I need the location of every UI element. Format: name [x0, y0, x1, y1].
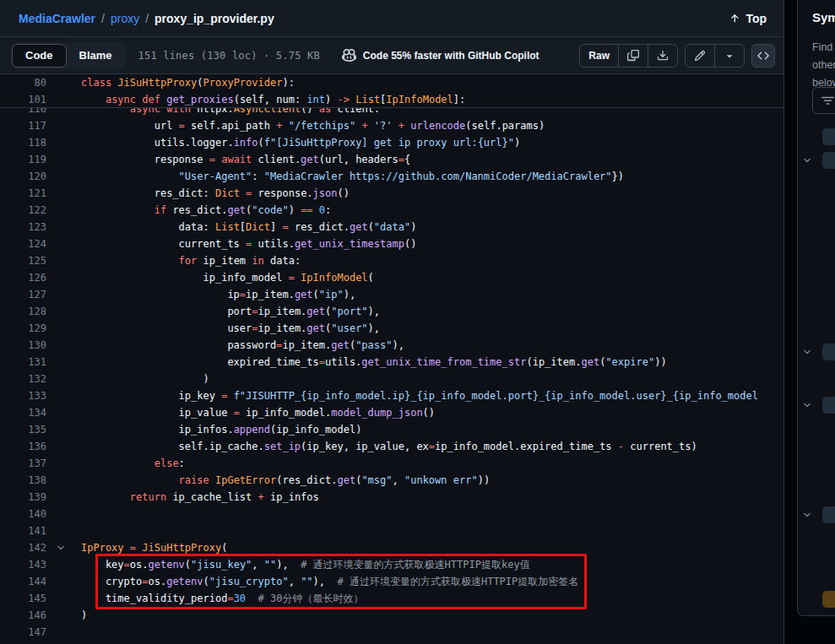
- line-number[interactable]: 80: [0, 74, 46, 91]
- code-line-131: 131 expired_time_ts=utils.get_unix_time_…: [0, 354, 783, 371]
- line-number[interactable]: 118: [0, 134, 46, 151]
- symbols-panel-toggle-button[interactable]: [751, 44, 775, 68]
- line-number[interactable]: 125: [0, 252, 46, 269]
- line-number[interactable]: 141: [0, 522, 46, 539]
- code-text: IpProxy = JiSuHttpProxy(: [46, 539, 227, 556]
- code-text: class JiSuHttpProxy(ProxyProvider):: [46, 74, 295, 91]
- code-line-125: 125 for ip_item in data:: [0, 252, 783, 269]
- line-number[interactable]: 128: [0, 303, 46, 320]
- symbol-list-item[interactable]: [798, 397, 835, 414]
- line-number[interactable]: 138: [0, 472, 46, 489]
- line-number[interactable]: 146: [0, 607, 46, 624]
- tab-blame[interactable]: Blame: [67, 44, 125, 68]
- description-line: Find: [812, 39, 835, 57]
- file-stats: 151 lines (130 loc) · 5.75 KB: [138, 50, 320, 62]
- line-number[interactable]: 121: [0, 185, 46, 202]
- symbol-list-item[interactable]: [798, 506, 835, 523]
- tab-code[interactable]: Code: [12, 44, 67, 68]
- raw-button[interactable]: Raw: [580, 45, 619, 67]
- code-text: ip_key = f"JISUHTTP_{ip_info_model.ip}_{…: [46, 387, 758, 404]
- symbol-list-item[interactable]: [798, 344, 835, 360]
- line-number[interactable]: 119: [0, 151, 46, 168]
- code-line-132: 132 ): [0, 371, 783, 387]
- line-number[interactable]: 132: [0, 371, 46, 387]
- symbol-list-item[interactable]: [798, 591, 835, 608]
- code-line-127: 127 ip=ip_item.get("ip"),: [0, 286, 783, 303]
- line-number[interactable]: 127: [0, 286, 46, 303]
- copy-raw-button[interactable]: [619, 45, 648, 67]
- code-text: async def get_proxies(self, num: int) ->…: [46, 91, 465, 108]
- code-line-126: 126 ip_info_model = IpInfoModel(: [0, 269, 783, 286]
- line-number[interactable]: 140: [0, 506, 46, 522]
- code-text: ip_value = ip_info_model.model_dump_json…: [46, 404, 435, 421]
- line-number[interactable]: 139: [0, 489, 46, 506]
- symbol-chip: [822, 344, 835, 360]
- code-line-137: 137 else:: [0, 455, 783, 472]
- code-text: [46, 506, 81, 522]
- sticky-scope-header: 80class JiSuHttpProxy(ProxyProvider):101…: [0, 74, 783, 108]
- symbol-chip: [822, 506, 835, 523]
- code-line-133: 133 ip_key = f"JISUHTTP_{ip_info_model.i…: [0, 387, 783, 404]
- line-number[interactable]: 143: [0, 556, 46, 573]
- code-text: raise IpGetError(res_dict.get("msg", "un…: [46, 472, 490, 489]
- symbols-panel-description: Findotherbelow: [812, 39, 835, 92]
- code-line-144: 144 crypto=os.getenv("jisu_crypto", ""),…: [0, 573, 783, 590]
- code-text: return ip_cache_list + ip_infos: [46, 489, 319, 506]
- copilot-banner-text: Code 55% faster with GitHub Copilot: [363, 50, 539, 62]
- code-line-120: 120 "User-Agent": "MediaCrawler https://…: [0, 168, 783, 185]
- chevron-down-icon: [802, 510, 812, 520]
- code-line-119: 119 response = await client.get(url, hea…: [0, 151, 783, 168]
- download-raw-button[interactable]: [648, 45, 677, 67]
- symbols-filter-input[interactable]: [812, 87, 835, 114]
- code-view: 116 async with httpx.AsyncClient() as cl…: [0, 74, 783, 643]
- line-number[interactable]: 117: [0, 117, 46, 134]
- line-number[interactable]: 101: [0, 91, 46, 108]
- edit-options-dropdown[interactable]: [715, 45, 744, 67]
- line-number[interactable]: 133: [0, 387, 46, 404]
- line-number[interactable]: 123: [0, 219, 46, 235]
- line-number[interactable]: 144: [0, 573, 46, 590]
- code-text: crypto=os.getenv("jisu_crypto", ""), # 通…: [46, 573, 578, 590]
- line-number[interactable]: 129: [0, 320, 46, 337]
- code-text: [46, 522, 81, 539]
- symbol-list-item[interactable]: [798, 128, 835, 145]
- symbol-list-item[interactable]: [798, 152, 835, 169]
- line-number[interactable]: 136: [0, 438, 46, 455]
- code-line-142: 142IpProxy = JiSuHttpProxy(: [0, 539, 783, 556]
- line-number[interactable]: 122: [0, 202, 46, 219]
- code-text: port=ip_item.get("port"),: [46, 303, 380, 320]
- code-text: current_ts = utils.get_unix_timestamp(): [46, 235, 416, 252]
- symbol-chip: [822, 591, 835, 608]
- copy-icon: [627, 50, 639, 62]
- line-number[interactable]: 134: [0, 404, 46, 421]
- line-number[interactable]: 131: [0, 354, 46, 371]
- line-number[interactable]: 147: [0, 624, 46, 641]
- file-view-panel: MediaCrawler / proxy / proxy_ip_provider…: [0, 0, 784, 644]
- scroll-to-top-button[interactable]: Top: [722, 8, 773, 29]
- code-text: [46, 624, 81, 641]
- copilot-banner[interactable]: Code 55% faster with GitHub Copilot: [342, 48, 539, 62]
- symbol-chip: [822, 128, 835, 145]
- line-number[interactable]: 145: [0, 590, 46, 607]
- symbols-panel-heading: Symbols: [812, 10, 835, 24]
- line-number[interactable]: 135: [0, 421, 46, 438]
- breadcrumb: MediaCrawler / proxy / proxy_ip_provider…: [0, 0, 783, 37]
- copilot-icon: [342, 48, 356, 62]
- code-text: if res_dict.get("code") == 0:: [46, 202, 331, 219]
- breadcrumb-folder-link[interactable]: proxy: [111, 12, 139, 25]
- line-number[interactable]: 126: [0, 269, 46, 286]
- code-text: data: List[Dict] = res_dict.get("data"): [46, 219, 416, 235]
- breadcrumb-repo-link[interactable]: MediaCrawler: [19, 12, 95, 25]
- line-number[interactable]: 130: [0, 337, 46, 354]
- code-line-140: 140: [0, 506, 783, 522]
- line-number[interactable]: 137: [0, 455, 46, 472]
- edit-button-group: [685, 44, 745, 68]
- code-line-130: 130 password=ip_item.get("pass"),: [0, 337, 783, 354]
- line-number[interactable]: 124: [0, 235, 46, 252]
- line-number[interactable]: 142: [0, 539, 46, 556]
- line-number[interactable]: 120: [0, 168, 46, 185]
- code-line-147: 147: [0, 624, 783, 641]
- edit-file-button[interactable]: [686, 45, 715, 67]
- arrow-up-icon: [729, 13, 740, 24]
- fold-chevron-down-icon[interactable]: [56, 543, 66, 553]
